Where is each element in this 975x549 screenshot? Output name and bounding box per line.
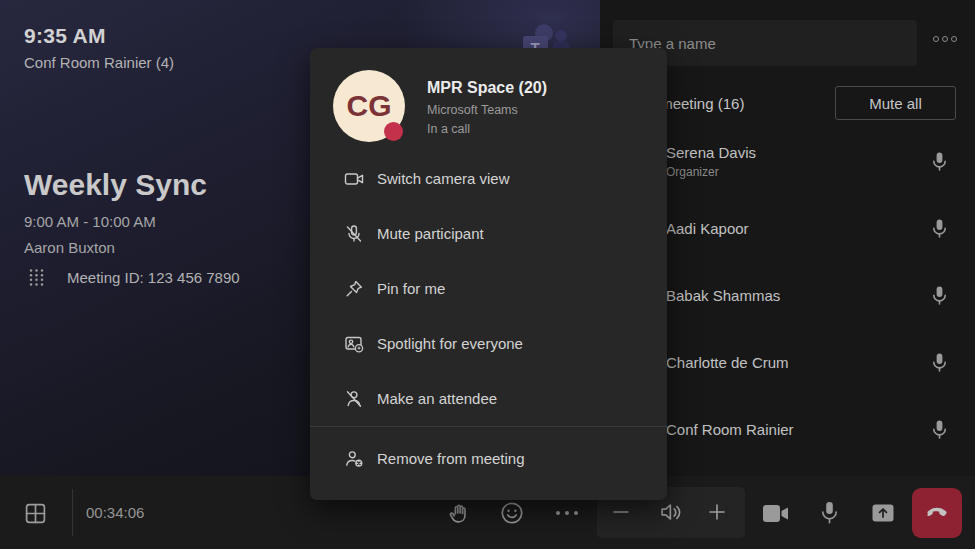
participant-name: Aadi Kapoor	[666, 220, 929, 237]
menu-item-label: Remove from meeting	[377, 450, 525, 467]
camera-switch-icon	[344, 169, 364, 189]
menu-divider	[310, 426, 667, 427]
menu-item-label: Mute participant	[377, 225, 484, 242]
meeting-info: Weekly Sync 9:00 AM - 10:00 AM Aaron Bux…	[24, 168, 207, 256]
ellipsis-icon	[554, 509, 580, 517]
person-demote-icon	[344, 389, 364, 409]
participant-context-name: MPR Space (20)	[427, 79, 547, 97]
menu-item-label: Spotlight for everyone	[377, 335, 523, 352]
menu-item-spotlight-for-everyone[interactable]: Spotlight for everyone	[310, 316, 667, 371]
volume-down-button[interactable]	[609, 500, 633, 524]
mic-on-icon[interactable]	[929, 352, 949, 374]
mic-on-icon[interactable]	[929, 419, 949, 441]
room-name: Conf Room Rainier (4)	[24, 54, 174, 71]
menu-item-pin-for-me[interactable]: Pin for me	[310, 261, 667, 316]
speaker-button[interactable]	[656, 498, 686, 526]
reactions-button[interactable]	[499, 500, 525, 526]
hang-up-icon	[924, 500, 950, 526]
hang-up-button[interactable]	[912, 488, 962, 538]
volume-up-button[interactable]	[705, 500, 729, 524]
roster-more-options-icon[interactable]	[933, 36, 957, 42]
participant-context-status: In a call	[427, 122, 547, 136]
share-screen-icon	[871, 503, 895, 523]
menu-item-switch-camera-view[interactable]: Switch camera view	[310, 151, 667, 206]
gallery-layout-button[interactable]	[22, 500, 48, 526]
mute-all-button[interactable]: Mute all	[835, 86, 956, 120]
menu-item-remove-from-meeting[interactable]: Remove from meeting	[310, 431, 667, 486]
bar-divider	[72, 489, 73, 536]
meeting-id-row: Meeting ID: 123 456 7890	[28, 268, 240, 286]
context-menu-header: CG MPR Space (20) Microsoft Teams In a c…	[310, 48, 667, 151]
menu-item-mute-participant[interactable]: Mute participant	[310, 206, 667, 261]
camera-icon	[762, 504, 789, 523]
pin-icon	[344, 279, 364, 299]
more-options-button[interactable]	[553, 505, 581, 521]
participant-context-menu: CG MPR Space (20) Microsoft Teams In a c…	[310, 48, 667, 500]
menu-item-make-an-attendee[interactable]: Make an attendee	[310, 371, 667, 426]
share-button[interactable]	[870, 501, 896, 525]
call-timer: 00:34:06	[86, 504, 144, 521]
menu-item-label: Pin for me	[377, 280, 445, 297]
emoji-icon	[500, 501, 524, 525]
mic-off-icon	[344, 224, 364, 244]
raise-hand-icon	[448, 503, 469, 526]
participant-role: Organizer	[666, 165, 929, 179]
mic-icon	[820, 501, 839, 525]
participant-name: Babak Shammas	[666, 287, 929, 304]
meeting-time-range: 9:00 AM - 10:00 AM	[24, 213, 207, 230]
microphone-button[interactable]	[817, 499, 841, 527]
minus-icon	[611, 502, 631, 522]
participant-name: Serena Davis	[666, 144, 929, 161]
participant-name: Charlotte de Crum	[666, 354, 929, 371]
camera-button[interactable]	[760, 501, 790, 525]
mic-on-icon[interactable]	[929, 218, 949, 240]
presence-busy-indicator	[384, 122, 403, 141]
speaker-icon	[659, 501, 684, 524]
participant-name: Conf Room Rainier	[666, 421, 929, 438]
spotlight-icon	[344, 334, 364, 354]
menu-item-label: Switch camera view	[377, 170, 510, 187]
meeting-id-label: Meeting ID: 123 456 7890	[67, 269, 240, 286]
grid-icon	[24, 502, 47, 525]
raise-hand-button[interactable]	[444, 501, 472, 527]
dialpad-icon	[28, 268, 45, 286]
teams-room-console: 9:35 AM Conf Room Rainier (4) T Weekly S…	[0, 0, 975, 549]
participant-context-subtitle: Microsoft Teams	[427, 103, 547, 117]
meeting-title: Weekly Sync	[24, 168, 207, 202]
meeting-organizer: Aaron Buxton	[24, 239, 207, 256]
mic-on-icon[interactable]	[929, 151, 949, 173]
person-remove-icon	[344, 449, 364, 469]
plus-icon	[707, 502, 727, 522]
mic-on-icon[interactable]	[929, 285, 949, 307]
clock-time: 9:35 AM	[24, 24, 174, 48]
clock-block: 9:35 AM Conf Room Rainier (4)	[24, 24, 174, 71]
menu-item-label: Make an attendee	[377, 390, 497, 407]
